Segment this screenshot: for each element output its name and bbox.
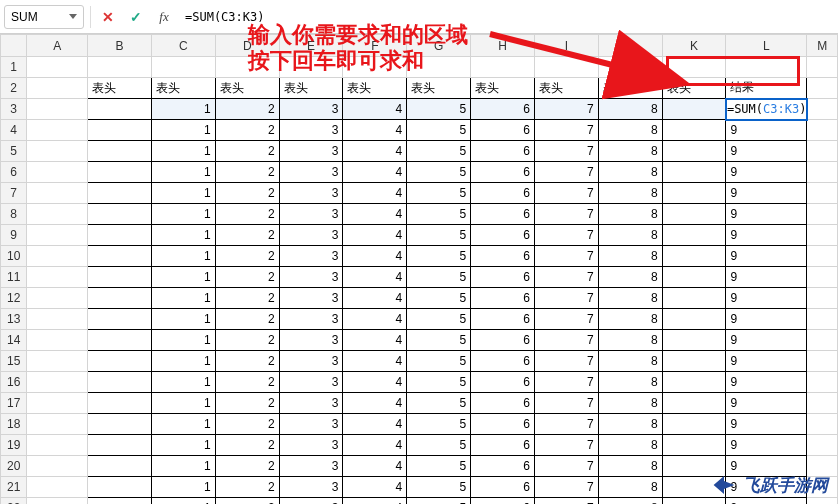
col-header[interactable]: D	[215, 35, 279, 57]
data-cell[interactable]: 8	[598, 267, 662, 288]
data-cell[interactable]: 1	[151, 456, 215, 477]
cell[interactable]	[662, 267, 726, 288]
data-cell[interactable]: 4	[343, 498, 407, 505]
data-cell[interactable]: 2	[215, 99, 279, 120]
cell[interactable]	[88, 498, 152, 505]
cell[interactable]	[662, 57, 726, 78]
data-cell[interactable]: 4	[343, 456, 407, 477]
cell[interactable]	[662, 309, 726, 330]
cell[interactable]	[88, 120, 152, 141]
data-cell[interactable]: 3	[279, 120, 343, 141]
data-cell[interactable]: 4	[343, 246, 407, 267]
cell[interactable]	[807, 288, 838, 309]
col-header[interactable]: B	[88, 35, 152, 57]
cell[interactable]	[807, 267, 838, 288]
cell[interactable]	[27, 456, 88, 477]
col-header[interactable]: F	[343, 35, 407, 57]
data-cell[interactable]: 1	[151, 372, 215, 393]
table-header-cell[interactable]: 表头	[471, 78, 535, 99]
cell[interactable]	[27, 99, 88, 120]
data-cell[interactable]: 5	[407, 330, 471, 351]
cancel-icon[interactable]: ✕	[97, 6, 119, 28]
cell[interactable]	[27, 393, 88, 414]
cell[interactable]	[27, 309, 88, 330]
result-cell[interactable]: 9	[726, 435, 807, 456]
cell[interactable]	[88, 414, 152, 435]
data-cell[interactable]: 5	[407, 267, 471, 288]
cell[interactable]	[807, 351, 838, 372]
col-header[interactable]: H	[471, 35, 535, 57]
data-cell[interactable]: 3	[279, 351, 343, 372]
data-cell[interactable]: 2	[215, 120, 279, 141]
data-cell[interactable]: 7	[534, 246, 598, 267]
data-cell[interactable]: 8	[598, 435, 662, 456]
data-cell[interactable]: 6	[471, 351, 535, 372]
cell[interactable]	[27, 330, 88, 351]
col-header[interactable]: J	[598, 35, 662, 57]
cell[interactable]	[27, 204, 88, 225]
result-cell[interactable]: 9	[726, 120, 807, 141]
data-cell[interactable]: 7	[534, 456, 598, 477]
cell[interactable]	[807, 435, 838, 456]
data-cell[interactable]: 6	[471, 330, 535, 351]
data-cell[interactable]: 5	[407, 141, 471, 162]
cell[interactable]	[88, 309, 152, 330]
data-cell[interactable]: 6	[471, 435, 535, 456]
data-cell[interactable]: 8	[598, 393, 662, 414]
data-cell[interactable]: 6	[471, 372, 535, 393]
row-header[interactable]: 1	[1, 57, 27, 78]
data-cell[interactable]: 2	[215, 267, 279, 288]
data-cell[interactable]: 1	[151, 309, 215, 330]
data-cell[interactable]: 6	[471, 141, 535, 162]
cell[interactable]	[151, 57, 215, 78]
data-cell[interactable]: 3	[279, 246, 343, 267]
cell[interactable]	[807, 120, 838, 141]
row-header[interactable]: 22	[1, 498, 27, 505]
data-cell[interactable]: 6	[471, 225, 535, 246]
row-header[interactable]: 21	[1, 477, 27, 498]
cell[interactable]	[471, 57, 535, 78]
result-cell[interactable]: 9	[726, 246, 807, 267]
data-cell[interactable]: 2	[215, 162, 279, 183]
row-header[interactable]: 11	[1, 267, 27, 288]
table-header-cell[interactable]: 表头	[88, 78, 152, 99]
row-header[interactable]: 5	[1, 141, 27, 162]
data-cell[interactable]: 6	[471, 456, 535, 477]
data-cell[interactable]: 8	[598, 141, 662, 162]
data-cell[interactable]: 1	[151, 141, 215, 162]
data-cell[interactable]: 3	[279, 435, 343, 456]
data-cell[interactable]: 5	[407, 246, 471, 267]
data-cell[interactable]: 8	[598, 288, 662, 309]
data-cell[interactable]: 2	[215, 204, 279, 225]
data-cell[interactable]: 5	[407, 498, 471, 505]
result-cell[interactable]: 9	[726, 183, 807, 204]
cell[interactable]	[662, 141, 726, 162]
data-cell[interactable]: 1	[151, 246, 215, 267]
result-cell[interactable]: 9	[726, 141, 807, 162]
cell[interactable]	[27, 498, 88, 505]
data-cell[interactable]: 8	[598, 351, 662, 372]
cell[interactable]	[27, 120, 88, 141]
row-header[interactable]: 4	[1, 120, 27, 141]
result-cell[interactable]: 9	[726, 288, 807, 309]
data-cell[interactable]: 7	[534, 183, 598, 204]
cell[interactable]	[662, 414, 726, 435]
data-cell[interactable]: 4	[343, 435, 407, 456]
cell[interactable]	[662, 204, 726, 225]
result-cell[interactable]: 9	[726, 372, 807, 393]
cell[interactable]	[807, 225, 838, 246]
row-header[interactable]: 10	[1, 246, 27, 267]
cell[interactable]	[807, 498, 838, 505]
cell[interactable]	[215, 57, 279, 78]
cell[interactable]	[662, 288, 726, 309]
cell[interactable]	[807, 141, 838, 162]
cell[interactable]	[27, 246, 88, 267]
data-cell[interactable]: 6	[471, 267, 535, 288]
data-cell[interactable]: 7	[534, 309, 598, 330]
data-cell[interactable]: 8	[598, 330, 662, 351]
cell[interactable]	[27, 477, 88, 498]
data-cell[interactable]: 8	[598, 183, 662, 204]
result-cell[interactable]: 9	[726, 309, 807, 330]
data-cell[interactable]: 6	[471, 477, 535, 498]
cell[interactable]	[27, 435, 88, 456]
